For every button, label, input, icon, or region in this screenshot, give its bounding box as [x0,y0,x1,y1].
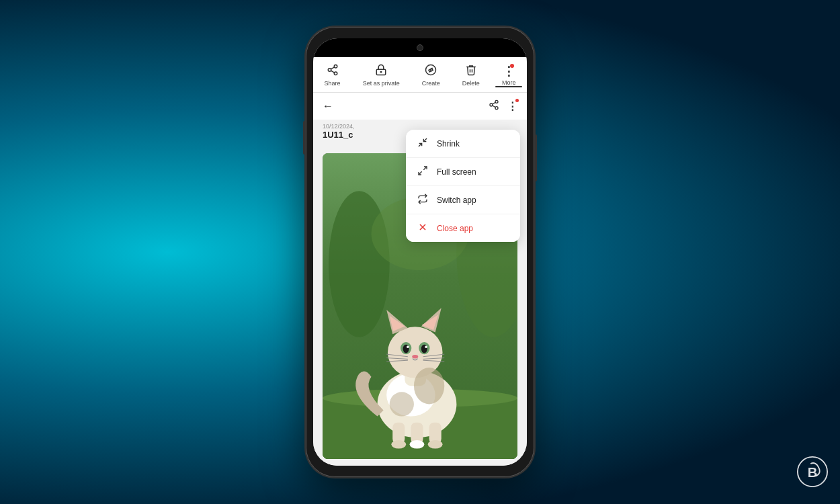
menu-item-close-app[interactable]: Close app [406,214,520,242]
phone-frame: Share Set as private [306,27,534,477]
back-button[interactable]: ← [323,100,333,112]
phone-top-bar [313,38,527,57]
fullscreen-icon [417,165,429,178]
toolbar-more[interactable]: ⋮ More [497,64,521,87]
toolbar-delete-label: Delete [462,80,480,87]
svg-point-24 [391,440,406,449]
svg-point-25 [410,440,425,449]
watermark: B [797,456,828,492]
more-icon: ⋮ [503,65,515,77]
menu-item-switch-app-label: Switch app [437,196,476,205]
svg-point-38 [425,345,427,348]
svg-point-39 [412,355,418,358]
lock-icon [375,64,387,78]
svg-point-2 [334,72,337,75]
svg-point-6 [380,71,382,73]
svg-line-49 [423,138,427,142]
more-red-dot [510,64,514,68]
svg-line-13 [493,102,496,104]
content-more-button[interactable]: ⋮ [507,100,517,112]
toolbar-more-label: More [502,79,516,86]
svg-line-3 [331,71,334,73]
content-share-button[interactable] [489,99,499,113]
svg-point-1 [328,69,331,72]
content-header-right: ⋮ [489,99,517,113]
main-toolbar: Share Set as private [313,57,527,93]
menu-item-shrink[interactable]: Shrink [406,130,520,157]
camera-dot [417,44,423,51]
trash-icon [465,64,477,78]
menu-item-full-screen-label: Full screen [437,167,476,177]
shrink-icon [417,137,429,150]
toolbar-share-label: Share [325,80,341,87]
content-header: ← ⋮ [313,93,527,120]
toolbar-set-as-private[interactable]: Set as private [358,62,405,88]
svg-text:B: B [808,465,818,480]
svg-point-37 [407,345,409,348]
close-app-icon [417,222,429,235]
file-date: 10/12/2024, [323,123,355,130]
svg-line-48 [419,143,422,146]
file-name: 1U11_c [323,130,355,140]
svg-point-47 [390,392,414,416]
svg-point-11 [495,107,498,110]
menu-item-close-app-label: Close app [437,224,473,233]
svg-line-50 [423,167,427,170]
svg-point-8 [431,69,432,71]
svg-point-10 [490,103,493,106]
content-area: ← ⋮ 10/12/20 [313,93,527,466]
svg-point-0 [334,65,337,69]
share-icon [327,64,339,78]
toolbar-create-label: Create [422,80,440,87]
svg-point-9 [495,100,498,103]
create-icon [425,64,437,78]
svg-point-46 [414,368,444,404]
svg-point-26 [428,440,443,449]
svg-line-51 [419,171,422,175]
phone-screen: Share Set as private [313,38,527,466]
toolbar-share[interactable]: Share [319,62,346,88]
svg-line-12 [493,106,496,108]
switch-app-icon [417,194,429,206]
menu-item-full-screen[interactable]: Full screen [406,158,520,185]
menu-item-switch-app[interactable]: Switch app [406,186,520,214]
menu-item-shrink-label: Shrink [437,139,460,149]
toolbar-create[interactable]: Create [417,62,446,88]
file-info: 10/12/2024, 1U11_c [323,123,355,140]
toolbar-set-as-private-label: Set as private [363,80,400,87]
toolbar-delete[interactable]: Delete [457,62,485,88]
dropdown-menu: Shrink Full screen [406,130,520,242]
toolbar-underline [495,86,522,87]
content-more-red-dot [515,99,519,102]
svg-line-4 [331,67,334,69]
